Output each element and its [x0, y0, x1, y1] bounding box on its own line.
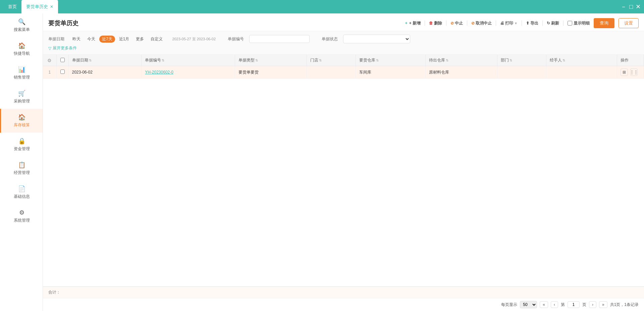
- last-page-btn[interactable]: »: [599, 301, 607, 308]
- date-tag-today[interactable]: 今天: [85, 36, 98, 43]
- sales-icon: 📊: [18, 66, 25, 73]
- setting-button[interactable]: 设置: [619, 18, 639, 28]
- main-layout: 🔍 搜索菜单 🏠 快捷导航 📊 销售管理 🛒 采购管理 🏠 库存核算 🔒 资金管…: [0, 13, 644, 311]
- sidebar-item-finance-mgmt[interactable]: 🔒 资金管理: [0, 133, 43, 157]
- sidebar-item-ops-mgmt[interactable]: 📋 经营管理: [0, 157, 43, 180]
- date-range-display: 2023-05-27 至 2023-06-02: [172, 37, 216, 42]
- doc-link[interactable]: YH-20230602-0: [145, 70, 173, 75]
- docno-filter-input[interactable]: [249, 35, 310, 43]
- divider-6: [542, 20, 543, 26]
- sidebar-item-purchase-mgmt[interactable]: 🛒 采购管理: [0, 85, 43, 109]
- divider-3: [467, 20, 467, 26]
- sort-doctype-icon[interactable]: ⇅: [255, 58, 258, 62]
- stop-btn[interactable]: ⊘ 中止: [450, 20, 463, 26]
- show-detail-checkbox[interactable]: [568, 21, 572, 26]
- top-bar: 首页 要货单历史 ✕ － □ ✕: [0, 0, 644, 13]
- first-page-btn[interactable]: «: [540, 301, 548, 308]
- page-suffix: 页: [582, 302, 586, 308]
- col-docdate: 单据日期⇅: [68, 55, 142, 66]
- sidebar-item-sys-mgmt[interactable]: ⚙ 系统管理: [0, 204, 43, 228]
- data-table: ⚙ 单据日期⇅ 单据编号⇅ 单据类型⇅: [43, 55, 644, 79]
- sidebar-item-quick-nav[interactable]: 🏠 快捷导航: [0, 37, 43, 61]
- more-icon[interactable]: ⋮⋮: [630, 69, 638, 76]
- sort-reqwh-icon[interactable]: ⇅: [376, 58, 379, 62]
- status-filter-label: 单据状态: [322, 36, 338, 42]
- sidebar-item-label-sales: 销售管理: [14, 75, 30, 80]
- pagination: 每页显示 10 20 50 100 « ‹ 第 页 › » 共1页，1条记录: [43, 298, 644, 311]
- sort-docdate-icon[interactable]: ⇅: [89, 58, 92, 62]
- date-tag-7days[interactable]: 近7天: [99, 36, 115, 43]
- col-dept: 部门⇅: [497, 55, 546, 66]
- sort-dept-icon[interactable]: ⇅: [509, 58, 512, 62]
- date-tag-yesterday[interactable]: 昨天: [70, 36, 83, 43]
- divider-5: [522, 20, 522, 26]
- sidebar-item-label-basicinfo: 基础信息: [14, 194, 30, 199]
- view-icon[interactable]: ⊞: [621, 69, 628, 76]
- row-checkbox[interactable]: [60, 70, 65, 74]
- tab-requisition-history[interactable]: 要货单历史 ✕: [21, 0, 58, 13]
- sort-store-icon[interactable]: ⇅: [319, 58, 322, 62]
- col-pending-warehouse: 待出仓库⇅: [426, 55, 497, 66]
- ops-icon: 📋: [18, 161, 25, 169]
- col-store: 门店⇅: [307, 55, 356, 66]
- divider-1: [425, 20, 425, 26]
- prev-page-btn[interactable]: ‹: [551, 301, 558, 308]
- select-all-checkbox[interactable]: [60, 58, 65, 62]
- sidebar-item-label-sys: 系统管理: [14, 218, 30, 223]
- sum-label: 合计：: [48, 290, 60, 295]
- next-page-btn[interactable]: ›: [589, 301, 596, 308]
- filter-area: 单据日期 昨天 今天 近7天 近1月 更多 自定义 2023-05-27 至 2…: [43, 31, 644, 55]
- date-tag-1month[interactable]: 近1月: [116, 36, 132, 43]
- sidebar-item-sales-mgmt[interactable]: 📊 销售管理: [0, 61, 43, 85]
- status-select[interactable]: 全部 待审核 已审核 已中止: [343, 35, 410, 43]
- tab-home[interactable]: 首页: [3, 0, 21, 13]
- finance-icon: 🔒: [18, 137, 25, 145]
- minimize-btn[interactable]: －: [621, 3, 627, 11]
- row-docno: YH-20230602-0: [142, 66, 235, 79]
- sidebar-item-label-purchase: 采购管理: [14, 98, 30, 104]
- col-docno: 单据编号⇅: [142, 55, 235, 66]
- sort-pendwh-icon[interactable]: ⇅: [446, 58, 448, 62]
- new-btn[interactable]: + + 新增: [405, 20, 421, 26]
- sidebar-item-search-menu[interactable]: 🔍 搜索菜单: [0, 13, 43, 37]
- date-tag-custom[interactable]: 自定义: [148, 36, 165, 43]
- col-checkbox: [56, 55, 68, 66]
- close-tab-btn[interactable]: ✕: [50, 4, 53, 9]
- close-btn[interactable]: ✕: [636, 3, 641, 10]
- cancel-stop-btn[interactable]: ⊘ 取消中止: [471, 20, 492, 26]
- sidebar-item-label-quicknav: 快捷导航: [14, 51, 30, 56]
- page-title: 要货单历史: [48, 19, 78, 27]
- divider-7: [563, 20, 564, 26]
- expand-more-btn[interactable]: ▽ 展开更多条件: [48, 45, 639, 51]
- basicinfo-icon: 📄: [18, 185, 25, 192]
- purchase-icon: 🛒: [18, 90, 25, 97]
- per-page-select[interactable]: 10 20 50 100: [520, 301, 537, 308]
- row-handler: [546, 66, 617, 79]
- status-select-wrap[interactable]: 全部 待审核 已审核 已中止: [343, 35, 410, 43]
- page-header: 要货单历史 + + 新增 🗑 删除 ⊘ 中止 ⊘: [43, 13, 644, 31]
- export-btn[interactable]: ⬆ 导出: [526, 20, 538, 26]
- query-button[interactable]: 查询: [594, 18, 614, 28]
- sidebar-item-basic-info[interactable]: 📄 基础信息: [0, 180, 43, 204]
- page-number-input[interactable]: [568, 301, 580, 308]
- sidebar-item-label-inventory: 库存核算: [14, 122, 30, 128]
- divider-4: [496, 20, 496, 26]
- refresh-btn[interactable]: ↻ 刷新: [547, 20, 559, 26]
- sort-handler-icon[interactable]: ⇅: [562, 58, 565, 62]
- toolbar-actions: + + 新增 🗑 删除 ⊘ 中止 ⊘ 取消中止: [405, 18, 639, 28]
- delete-btn[interactable]: 🗑 删除: [429, 20, 442, 26]
- sidebar-item-inventory-calc[interactable]: 🏠 库存核算: [0, 109, 43, 133]
- col-handler: 经手人⇅: [546, 55, 617, 66]
- row-pending-warehouse: 原材料仓库: [426, 66, 497, 79]
- maximize-btn[interactable]: □: [629, 3, 633, 10]
- col-settings[interactable]: ⚙: [43, 55, 56, 66]
- show-detail-toggle[interactable]: 显示明细: [568, 20, 590, 26]
- total-label: 共1页，1条记录: [610, 302, 639, 308]
- print-btn[interactable]: 🖨 打印 ▼: [500, 20, 518, 26]
- page-prefix: 第: [561, 302, 565, 308]
- date-tags: 昨天 今天 近7天 近1月 更多 自定义: [70, 36, 165, 43]
- date-tag-more[interactable]: 更多: [133, 36, 147, 43]
- sort-docno-icon[interactable]: ⇅: [162, 58, 164, 62]
- table-wrap: ⚙ 单据日期⇅ 单据编号⇅ 单据类型⇅: [43, 55, 644, 286]
- settings-icon[interactable]: ⚙: [47, 58, 52, 63]
